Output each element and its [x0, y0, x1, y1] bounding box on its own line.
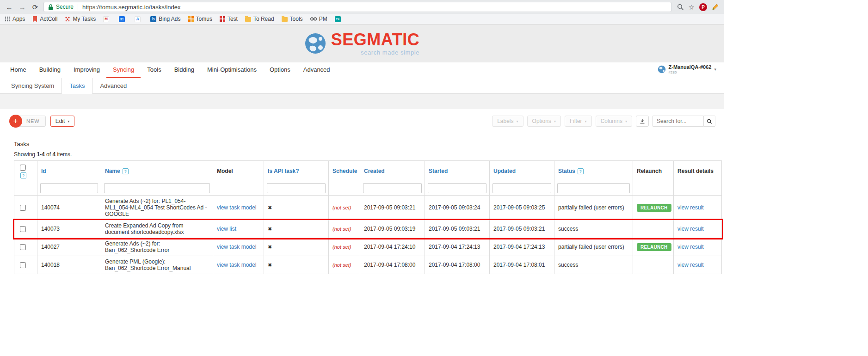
forward-icon[interactable]: →: [18, 4, 27, 11]
bookmark-tomus[interactable]: Tomus: [188, 16, 212, 22]
back-icon[interactable]: ←: [5, 4, 14, 11]
bookmark-tools[interactable]: Tools: [282, 16, 303, 22]
user-menu[interactable]: Z-ManualQA-#062 #280 ▾: [658, 64, 716, 74]
nav-item-mini-optimisations[interactable]: Mini-Optimisations: [201, 62, 263, 78]
bing-icon: b: [150, 16, 156, 22]
help-icon[interactable]: [578, 168, 584, 174]
zoom-icon[interactable]: [677, 4, 684, 11]
bookmark-apps[interactable]: Apps: [5, 16, 25, 22]
chevron-down-icon: ▾: [585, 119, 587, 123]
table-row: 140074 Generate Ads (~2) for: PL1_054-ML…: [14, 196, 722, 220]
filter-status-input[interactable]: [557, 183, 630, 193]
options-dropdown-button[interactable]: Options ▾: [527, 116, 561, 127]
sort-schedule-header[interactable]: Schedule: [332, 168, 357, 174]
filter-id-input[interactable]: [40, 183, 98, 193]
model-link[interactable]: view task model: [217, 262, 256, 268]
result-link[interactable]: view result: [677, 226, 704, 232]
row-checkbox[interactable]: [20, 262, 26, 268]
bookmark-tc[interactable]: TC: [335, 16, 343, 22]
filter-api-input[interactable]: [267, 183, 326, 193]
tab-tasks[interactable]: Tasks: [62, 78, 92, 94]
nav-item-advanced[interactable]: Advanced: [297, 62, 337, 78]
bookmark-bing-ads[interactable]: b Bing Ads: [150, 16, 180, 22]
bookmark-gmail[interactable]: M: [103, 16, 111, 22]
started-timestamp: 2017-09-05 09:03:24: [425, 196, 490, 220]
result-link[interactable]: view result: [677, 204, 704, 211]
nav-item-syncing[interactable]: Syncing: [106, 62, 141, 78]
row-checkbox[interactable]: [20, 244, 26, 250]
bookmark-actcoll[interactable]: ActColl: [32, 16, 57, 22]
bookmark-analytics[interactable]: A: [135, 16, 143, 22]
model-link[interactable]: view task model: [217, 204, 256, 211]
chevron-down-icon: ▾: [68, 119, 69, 123]
model-link[interactable]: view task model: [217, 244, 256, 250]
main-nav: Home Building Improving Syncing Tools Bi…: [0, 62, 724, 78]
search-input[interactable]: [653, 116, 703, 127]
page-title: Tasks: [14, 141, 724, 147]
nav-item-options[interactable]: Options: [263, 62, 297, 78]
started-timestamp: 2017-09-04 17:08:00: [425, 256, 490, 274]
logo-title: SEGMATIC: [331, 31, 419, 48]
sort-created-header[interactable]: Created: [364, 168, 385, 174]
row-checkbox[interactable]: [20, 205, 26, 211]
nav-item-bidding[interactable]: Bidding: [168, 62, 201, 78]
pinterest-extension-icon[interactable]: P: [699, 3, 707, 11]
labels-dropdown-button[interactable]: Labels ▾: [492, 116, 523, 127]
sort-id-header[interactable]: Id: [41, 168, 46, 174]
tab-advanced[interactable]: Advanced: [92, 78, 134, 93]
sort-started-header[interactable]: Started: [429, 168, 448, 174]
sort-name-header[interactable]: Name: [105, 168, 120, 174]
relaunch-button[interactable]: RELAUNCH: [637, 243, 671, 251]
bookmark-test[interactable]: Test: [220, 16, 238, 22]
sort-status-header[interactable]: Status: [558, 168, 575, 174]
url-text: https://tomus.segmatic.io/tasks/index: [82, 4, 180, 11]
model-link[interactable]: view list: [217, 226, 236, 232]
task-id: 140074: [37, 196, 101, 220]
nav-item-improving[interactable]: Improving: [67, 62, 106, 78]
bookmark-my-tasks[interactable]: My Tasks: [65, 16, 96, 22]
edit-dropdown-button[interactable]: Edit ▾: [50, 116, 75, 127]
nav-item-home[interactable]: Home: [4, 62, 33, 78]
filter-name-input[interactable]: [104, 183, 210, 193]
folder-icon: [282, 17, 288, 22]
result-link[interactable]: view result: [677, 244, 704, 250]
filter-dropdown-button[interactable]: Filter ▾: [565, 116, 592, 127]
user-account-id: #280: [669, 70, 712, 74]
pencil-extension-icon[interactable]: [712, 3, 719, 11]
status-text: success: [554, 256, 633, 274]
row-checkbox[interactable]: [20, 226, 26, 232]
api-flag: ✖: [264, 220, 329, 238]
nav-item-building[interactable]: Building: [33, 62, 67, 78]
status-text: partially failed (user errors): [554, 196, 633, 220]
relaunch-button[interactable]: RELAUNCH: [637, 204, 671, 212]
folder-icon: [245, 17, 251, 22]
task-name: Generate Ads (~2) for: PL1_054-ML1_054-M…: [101, 196, 213, 220]
select-all-checkbox[interactable]: [20, 165, 26, 171]
filter-started-input[interactable]: [428, 183, 486, 193]
export-download-button[interactable]: [636, 116, 649, 127]
new-button[interactable]: + NEW: [12, 116, 46, 127]
segmatic-logo[interactable]: SEGMATIC search made simple: [304, 31, 419, 56]
columns-dropdown-button[interactable]: Columns ▾: [596, 116, 632, 127]
calendar-icon: 31: [119, 16, 125, 22]
spacer-band: [0, 94, 724, 109]
bookmark-star-icon[interactable]: ☆: [689, 4, 695, 11]
task-name: Generate PML (Google): Ban_062_Shortcode…: [101, 256, 213, 274]
sort-api-header[interactable]: Is API task?: [268, 168, 299, 174]
updated-timestamp: 2017-09-05 09:03:25: [490, 196, 554, 220]
sort-updated-header[interactable]: Updated: [493, 168, 516, 174]
help-icon[interactable]: [20, 172, 26, 178]
result-link[interactable]: view result: [677, 262, 704, 268]
address-bar[interactable]: Secure https://tomus.segmatic.io/tasks/i…: [43, 2, 671, 12]
search-button[interactable]: [703, 116, 715, 127]
bookmark-to-read[interactable]: To Read: [245, 16, 274, 22]
bookmark-pm[interactable]: PM: [310, 16, 327, 22]
nav-item-tools[interactable]: Tools: [141, 62, 167, 78]
bookmark-calendar[interactable]: 31: [119, 16, 127, 22]
reload-icon[interactable]: ⟳: [31, 4, 40, 11]
filter-updated-input[interactable]: [492, 183, 551, 193]
help-icon[interactable]: [123, 168, 129, 174]
api-flag: ✖: [264, 256, 329, 274]
tab-syncing-system[interactable]: Syncing System: [4, 78, 62, 93]
filter-created-input[interactable]: [363, 183, 422, 193]
